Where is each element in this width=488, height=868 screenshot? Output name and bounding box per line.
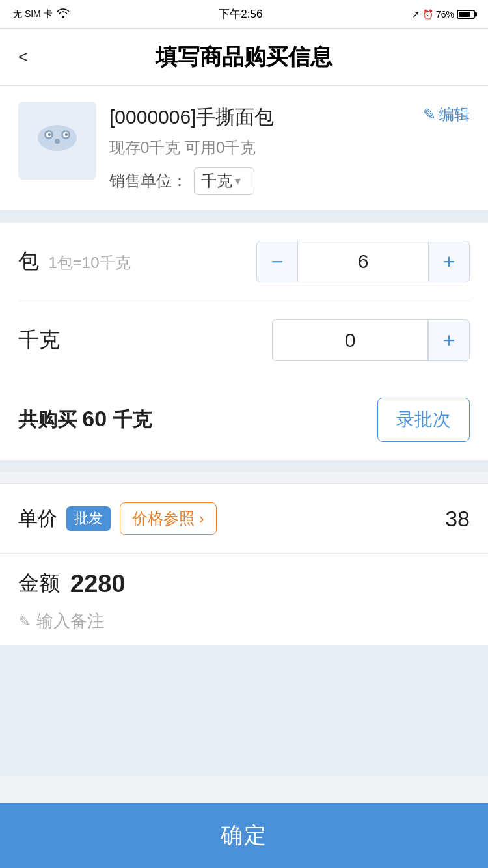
svg-point-6: [48, 133, 51, 136]
amount-value: 2280: [70, 570, 126, 598]
package-decrement-button[interactable]: −: [256, 241, 298, 282]
alarm-icon: ⏰: [422, 9, 433, 20]
kg-input-row: 千克 +: [18, 301, 470, 379]
wifi-icon: [57, 8, 70, 20]
unit-label: 销售单位：: [109, 170, 187, 191]
amount-label: 金额: [18, 569, 60, 598]
section-divider-2: [0, 460, 488, 472]
package-stepper: − +: [256, 241, 470, 282]
package-input-section: 包 1包=10千克 − + 千克 +: [0, 223, 488, 379]
battery-icon: [457, 10, 475, 19]
amount-section: 金额 2280 ✎ 输入备注: [0, 553, 488, 645]
edit-label: 编辑: [439, 104, 470, 125]
kg-label: 千克: [18, 328, 60, 351]
price-tag: 批发: [66, 506, 111, 531]
summary-suffix: 千克: [107, 409, 151, 430]
summary-amount: 60: [82, 406, 107, 431]
package-label-group: 包 1包=10千克: [18, 247, 131, 276]
carrier-label: 无 SIM 卡: [13, 8, 53, 20]
unit-select[interactable]: 千克 ▾: [194, 167, 254, 195]
pencil-icon: ✎: [18, 613, 30, 630]
price-label-row: 单价 批发 价格参照 ›: [18, 502, 217, 535]
content-spacer: [0, 645, 488, 776]
svg-point-0: [38, 125, 77, 151]
status-time: 下午2:56: [219, 7, 262, 21]
status-bar: 无 SIM 卡 下午2:56 ↗ ⏰ 76%: [0, 0, 488, 29]
product-unit-row: 销售单位： 千克 ▾: [109, 167, 470, 195]
confirm-button[interactable]: 确定: [221, 821, 267, 850]
unit-value: 千克: [201, 170, 232, 191]
kg-stepper: +: [272, 319, 470, 361]
status-right: ↗ ⏰ 76%: [412, 9, 475, 20]
svg-point-7: [65, 133, 68, 136]
price-ref-button[interactable]: 价格参照 ›: [120, 502, 217, 535]
remark-row[interactable]: ✎ 输入备注: [18, 610, 470, 632]
unit-arrow-icon: ▾: [235, 174, 241, 188]
section-divider-1: [0, 211, 488, 223]
package-hint: 1包=10千克: [48, 254, 130, 271]
amount-row: 金额 2280: [18, 569, 470, 598]
package-label: 包: [18, 249, 39, 273]
summary-section: 共购买 60 千克 录批次: [0, 379, 488, 460]
product-section: [0000006]手撕面包 现存0千克 可用0千克 销售单位： 千克 ▾ ✎ 编…: [0, 86, 488, 211]
kg-label-group: 千克: [18, 326, 60, 355]
status-left: 无 SIM 卡: [13, 8, 70, 20]
price-label: 单价: [18, 506, 57, 532]
edit-icon: ✎: [423, 105, 436, 124]
footer[interactable]: 确定: [0, 803, 488, 868]
product-info: [0000006]手撕面包 现存0千克 可用0千克 销售单位： 千克 ▾: [109, 102, 470, 195]
edit-button[interactable]: ✎ 编辑: [423, 104, 470, 125]
kg-increment-button[interactable]: +: [428, 319, 470, 361]
nav-bar: < 填写商品购买信息: [0, 29, 488, 86]
battery-percent: 76%: [436, 9, 454, 20]
remark-placeholder: 输入备注: [36, 610, 104, 632]
product-image: [18, 102, 96, 180]
kg-input[interactable]: [272, 319, 428, 361]
summary-prefix: 共购买: [18, 409, 82, 430]
package-input[interactable]: [298, 241, 428, 282]
summary-text: 共购买 60 千克: [18, 406, 152, 433]
price-section: 单价 批发 价格参照 › 38: [0, 483, 488, 553]
page-title: 填写商品购买信息: [156, 42, 332, 72]
package-increment-button[interactable]: +: [428, 241, 470, 282]
product-stock: 现存0千克 可用0千克: [109, 137, 470, 158]
product-logo-icon: [34, 122, 80, 160]
back-button[interactable]: <: [18, 47, 28, 67]
batch-button[interactable]: 录批次: [377, 398, 470, 442]
package-input-row: 包 1包=10千克 − +: [18, 223, 470, 301]
price-value: 38: [445, 506, 470, 532]
product-name: [0000006]手撕面包: [109, 104, 470, 131]
location-icon: ↗: [412, 9, 420, 20]
